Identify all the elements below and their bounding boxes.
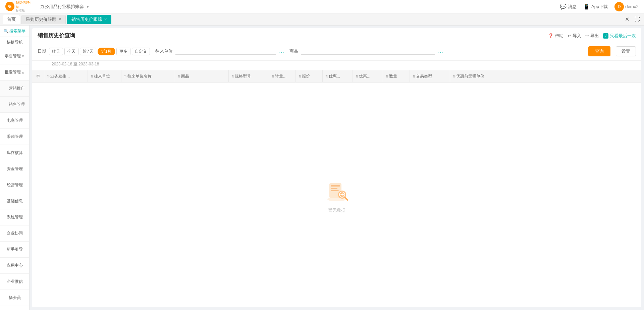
tab-sales-history[interactable]: 销售历史价跟踪 ✕ <box>67 15 111 24</box>
partner-label: 往来单位 <box>155 48 173 54</box>
app-download-button[interactable]: 📱 App下载 <box>583 3 608 10</box>
th-spec[interactable]: ⇅ 规格型号 <box>229 70 269 82</box>
sidebar-item-sales[interactable]: 销售管理 <box>0 97 29 113</box>
sidebar-item-inventory[interactable]: 库存核算 <box>0 145 29 161</box>
th-biz-date[interactable]: ⇅ 业务发生... <box>44 70 88 82</box>
im-button[interactable]: 💬 消息 <box>560 3 577 10</box>
sort-icon: ⇅ <box>413 74 415 78</box>
th-trade-type[interactable]: ⇅ 交易类型 <box>410 70 450 82</box>
page-actions: ❓ 帮助 ↩ 导入 ↪ 导出 ✓ 只看最后一次 <box>548 33 636 39</box>
table-header: ⚙ ⇅ 业务发生... ⇅ 往来单位 ⇅ 往来单位名称 <box>32 70 641 83</box>
sidebar-item-wechat[interactable]: 企业微信 <box>0 274 29 290</box>
sort-icon: ⇅ <box>231 74 234 78</box>
sort-icon: ⇅ <box>124 74 127 78</box>
product-input[interactable] <box>301 48 435 55</box>
date-filter-group: 日期 昨天 今天 近7天 近1月 更多 自定义 <box>38 48 150 55</box>
th-discount2[interactable]: ⇅ 优惠... <box>353 70 383 82</box>
avatar: D <box>614 2 624 11</box>
export-button[interactable]: ↪ 导出 <box>585 33 599 39</box>
th-tax-price[interactable]: ⇅ 优惠前无税单价 <box>450 70 641 82</box>
sidebar-item-member[interactable]: 畅会员 <box>0 290 29 306</box>
export-icon: ↪ <box>585 33 589 38</box>
sort-icon: ⇅ <box>178 74 180 78</box>
sidebar-item-finance[interactable]: 资金管理 <box>0 161 29 177</box>
date-range-row: 2023-02-18 至 2023-03-18 <box>32 61 641 70</box>
sort-icon: ⇅ <box>91 74 93 78</box>
sidebar-item-marketing[interactable]: 营销推广 <box>0 81 29 97</box>
svg-rect-3 <box>331 188 337 189</box>
sort-icon: ⇅ <box>272 74 274 78</box>
date-btn-yesterday[interactable]: 昨天 <box>49 48 63 55</box>
message-icon: 💬 <box>560 3 567 10</box>
sidebar-item-ecommerce[interactable]: 电商管理 <box>0 113 29 129</box>
th-discount1[interactable]: ⇅ 优惠... <box>323 70 353 82</box>
date-buttons: 昨天 今天 近7天 近1月 更多 自定义 <box>49 48 150 55</box>
sidebar-item-guide[interactable]: 新手引导 <box>0 242 29 258</box>
date-btn-today[interactable]: 今天 <box>64 48 78 55</box>
th-unit-name[interactable]: ⇅ 往来单位名称 <box>121 70 175 82</box>
content-area: 销售历史价查询 ❓ 帮助 ↩ 导入 ↪ 导出 ✓ <box>30 25 644 310</box>
page-title: 销售历史价查询 <box>38 32 548 39</box>
date-btn-more[interactable]: 更多 <box>116 48 130 55</box>
sidebar-item-apps[interactable]: 应用中心 <box>0 258 29 274</box>
import-icon: ↩ <box>568 33 571 38</box>
search-icon: 🔍 <box>4 29 9 34</box>
checkbox-icon: ✓ <box>603 33 608 39</box>
tab-home[interactable]: 首页 <box>3 15 20 24</box>
partner-picker-icon[interactable]: … <box>279 48 284 54</box>
th-product[interactable]: ⇅ 商品 <box>175 70 229 82</box>
sort-icon: ⇅ <box>356 74 358 78</box>
help-button[interactable]: ❓ 帮助 <box>548 33 564 39</box>
th-price[interactable]: ⇅ 报价 <box>296 70 323 82</box>
product-picker-icon[interactable]: … <box>438 48 443 54</box>
th-unit2[interactable]: ⇅ 计量... <box>269 70 296 82</box>
table-area: ⚙ ⇅ 业务发生... ⇅ 往来单位 ⇅ 往来单位名称 <box>32 70 641 307</box>
tab-bar: 首页 采购历史价跟踪 ✕ 销售历史价跟踪 ✕ ✕ ⛶ <box>0 13 644 25</box>
sidebar-item-retail[interactable]: 零售管理 ▼ <box>0 48 29 64</box>
page-header: 销售历史价查询 ❓ 帮助 ↩ 导入 ↪ 导出 ✓ <box>32 28 641 42</box>
partner-filter-group: 往来单位 … <box>155 48 284 55</box>
import-button[interactable]: ↩ 导入 <box>568 33 581 39</box>
sidebar-item-system[interactable]: 系统管理 <box>0 209 29 225</box>
search-button[interactable]: 查询 <box>588 46 610 56</box>
logo-area: 畅 畅捷信好生意 标准版 <box>5 1 35 12</box>
chevron-down-icon: ▼ <box>21 54 25 58</box>
sort-icon: ⇅ <box>386 74 388 78</box>
sidebar-item-enterprise[interactable]: 企业协同 <box>0 225 29 242</box>
gear-icon: ⚙ <box>36 74 40 79</box>
sidebar-item-search-menu[interactable]: 🔍 搜索菜单 <box>0 25 29 37</box>
sidebar: 🔍 搜索菜单 快捷导航 零售管理 ▼ 批发管理 ▲ 营销推广 销售管理 电商管理… <box>0 25 30 310</box>
empty-state: 暂无数据 <box>32 83 641 307</box>
sidebar-item-wholesale[interactable]: 批发管理 ▲ <box>0 64 29 81</box>
user-profile[interactable]: D demo2 <box>614 2 639 11</box>
download-icon: 📱 <box>583 3 590 10</box>
maximize-window-icon[interactable]: ⛶ <box>633 16 641 23</box>
close-icon[interactable]: ✕ <box>104 17 107 21</box>
th-unit-code[interactable]: ⇅ 往来单位 <box>88 70 121 82</box>
tab-purchase-history[interactable]: 采购历史价跟踪 ✕ <box>21 15 66 24</box>
sidebar-item-quick-nav[interactable]: 快捷导航 <box>0 37 29 48</box>
th-settings[interactable]: ⚙ <box>32 70 44 82</box>
header-right: 💬 消息 📱 App下载 D demo2 <box>560 2 639 11</box>
sidebar-item-operations[interactable]: 经营管理 <box>0 177 29 193</box>
date-btn-custom[interactable]: 自定义 <box>132 48 150 55</box>
sidebar-item-purchase[interactable]: 采购管理 <box>0 129 29 145</box>
svg-rect-2 <box>331 185 340 187</box>
logo-icon: 畅 <box>5 2 14 11</box>
close-window-icon[interactable]: ✕ <box>624 15 631 23</box>
sidebar-item-basic[interactable]: 基础信息 <box>0 193 29 209</box>
settings-button[interactable]: 设置 <box>616 46 636 56</box>
svg-rect-4 <box>331 190 339 191</box>
date-btn-7days[interactable]: 近7天 <box>80 48 96 55</box>
top-header: 畅 畅捷信好生意 标准版 办公用品行业模拟账套 ▼ 💬 消息 📱 App下载 D… <box>0 0 644 13</box>
date-btn-1month[interactable]: 近1月 <box>98 48 115 55</box>
only-last-toggle[interactable]: ✓ 只看最后一次 <box>603 33 636 39</box>
empty-text: 暂无数据 <box>328 207 345 213</box>
main-layout: 🔍 搜索菜单 快捷导航 零售管理 ▼ 批发管理 ▲ 营销推广 销售管理 电商管理… <box>0 25 644 310</box>
th-qty[interactable]: ⇅ 数量 <box>383 70 410 82</box>
workspace-selector[interactable]: 办公用品行业模拟账套 ▼ <box>40 4 90 10</box>
partner-input[interactable] <box>175 48 276 55</box>
logo-text: 畅捷信好生意 标准版 <box>16 1 35 12</box>
close-icon[interactable]: ✕ <box>58 17 61 21</box>
sort-icon: ⇅ <box>47 74 50 78</box>
